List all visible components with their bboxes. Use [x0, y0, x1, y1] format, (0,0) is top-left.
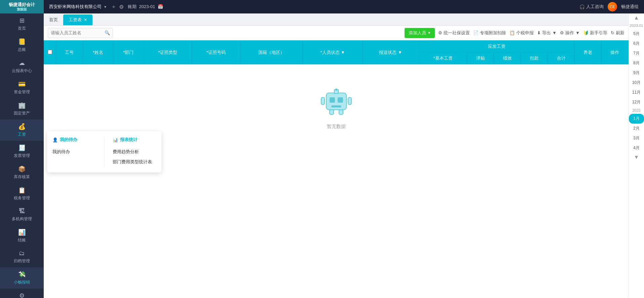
col-allowance: 津贴	[467, 53, 494, 64]
col-operation: 操作	[601, 41, 628, 64]
month-item-3[interactable]: 3月	[629, 133, 644, 143]
svg-rect-2	[338, 97, 343, 103]
export-icon: ⬇	[537, 30, 541, 35]
period-label: 账期 2023-01 📅	[128, 4, 163, 10]
settings-button[interactable]: ⚙	[119, 4, 124, 10]
month-item-9[interactable]: 9月	[629, 68, 644, 78]
tab-close-icon[interactable]: ✕	[84, 18, 87, 22]
operation-arrow-icon: ▼	[575, 30, 580, 35]
header-right: 🎧 人工咨询 CE 畅捷通组	[579, 2, 644, 11]
sidebar-item-closing[interactable]: 📊 结账	[0, 225, 44, 246]
sidebar-item-tax[interactable]: 📋 税务管理	[0, 183, 44, 204]
special-deduction-action[interactable]: 📄 专项附加扣除	[473, 30, 506, 36]
status-filter-icon[interactable]: ▼	[341, 50, 345, 55]
search-icon: 🔍	[105, 30, 110, 35]
month-item-11[interactable]: 11月	[629, 88, 644, 97]
export-action[interactable]: ⬇ 导出 ▼	[537, 30, 557, 36]
year-period-label: 2023.01	[629, 22, 644, 29]
sidebar: ⊞ 首页 📒 总账 ☁ 云报表中心 💳 资金管理 🏢 固定资产 💰 工资 🧾 发…	[0, 13, 44, 298]
inventory-icon: 📦	[18, 165, 26, 173]
month-item-8[interactable]: 8月	[629, 58, 644, 68]
refresh-icon: ↻	[611, 30, 614, 35]
archive-icon: 🗂	[19, 250, 25, 257]
xiaochang-icon: 💸	[18, 271, 26, 278]
company-name[interactable]: 西安虾米网络科技有限公司	[49, 4, 102, 10]
tax-icon: 📋	[18, 187, 26, 194]
month-item-4[interactable]: 4月	[629, 143, 644, 153]
username[interactable]: 畅捷通组	[621, 4, 639, 10]
svg-rect-7	[348, 97, 351, 105]
tab-salary-sheet[interactable]: 工资表 ✕	[63, 14, 92, 25]
col-total: 合计	[548, 53, 575, 64]
sidebar-item-xiaochang[interactable]: 💸 小畅报销	[0, 267, 44, 289]
month-item-5[interactable]: 5月	[629, 29, 644, 39]
popup-section-report: 📊 报表统计 费用趋势分析 部门费用类型统计表	[113, 137, 156, 167]
search-input[interactable]	[51, 30, 105, 35]
year-current-label: 2023	[629, 107, 644, 114]
month-nav-down[interactable]: ▼	[633, 153, 641, 162]
add-person-arrow-icon: ▼	[427, 31, 431, 35]
report-icon: 📊	[113, 137, 118, 142]
refresh-action[interactable]: ↻ 刷新	[611, 30, 624, 36]
sidebar-item-salary[interactable]: 💰 工资	[0, 120, 44, 141]
no-data-text: 暂无数据	[327, 124, 346, 130]
company-dropdown-icon[interactable]: ▼	[104, 5, 107, 9]
svg-rect-1	[330, 97, 335, 103]
avatar: CE	[608, 2, 617, 11]
operation-icon: ⚙	[560, 30, 564, 35]
sidebar-item-inventory[interactable]: 📦 库存核算	[0, 162, 44, 183]
table-checkbox-header[interactable]	[44, 41, 56, 64]
col-performance: 绩效	[494, 53, 521, 64]
report-filter-icon[interactable]: ▼	[398, 50, 402, 55]
popup-item-cost-trend[interactable]: 费用趋势分析	[113, 147, 156, 157]
month-item-1-active[interactable]: 1月	[629, 114, 644, 124]
popup-item-dept-cost[interactable]: 部门费用类型统计表	[113, 157, 156, 167]
logo-text: 畅捷通好会计 旗舰版	[9, 2, 35, 11]
popup-item-todo[interactable]: 我的待办	[52, 147, 96, 157]
sidebar-item-fixed-assets[interactable]: 🏢 固定资产	[0, 98, 44, 120]
month-item-12[interactable]: 12月	[629, 97, 644, 107]
no-data-robot-icon	[319, 85, 353, 118]
closing-icon: 📊	[18, 229, 26, 236]
sidebar-item-basic[interactable]: ⚙ 基础设置	[0, 289, 44, 298]
col-name: *姓名	[83, 41, 113, 64]
sidebar-item-invoice[interactable]: 🧾 发票管理	[0, 141, 44, 162]
salary-icon: 💰	[18, 123, 26, 130]
dropdown-popup: 👤 我的待办 我的待办 📊 报表统计 费用趋势分析 部门费用类型统计表	[47, 131, 161, 172]
col-base-salary: *基本工资	[419, 53, 467, 64]
new-guide-action[interactable]: 🔰 新手引导	[583, 30, 607, 36]
add-company-button[interactable]: ＋	[111, 3, 116, 10]
popup-section-todo: 👤 我的待办 我的待办	[52, 137, 96, 167]
month-nav-up[interactable]: ▲	[633, 13, 641, 22]
todo-icon: 👤	[52, 137, 58, 142]
month-item-7[interactable]: 7月	[629, 48, 644, 58]
operation-action[interactable]: ⚙ 操作 ▼	[560, 30, 580, 36]
logo-area: 畅捷通好会计 旗舰版	[0, 0, 44, 13]
calendar-icon[interactable]: 📅	[158, 4, 163, 9]
basic-icon: ⚙	[19, 292, 25, 298]
sidebar-item-home[interactable]: ⊞ 首页	[0, 13, 44, 35]
svg-rect-8	[330, 110, 334, 114]
header-company: 西安虾米网络科技有限公司 ▼ ＋ ⚙ 账期 2023-01 📅	[44, 3, 579, 10]
month-item-6[interactable]: 6月	[629, 39, 644, 48]
select-all-checkbox[interactable]	[48, 50, 52, 54]
export-arrow-icon: ▼	[552, 30, 557, 35]
month-item-10[interactable]: 10月	[629, 78, 644, 88]
popup-sections: 👤 我的待办 我的待办 📊 报表统计 费用趋势分析 部门费用类型统计表	[52, 137, 156, 167]
tax-report-action[interactable]: 📋 个税申报	[509, 30, 534, 36]
sidebar-item-archive[interactable]: 🗂 归档管理	[0, 246, 44, 267]
sidebar-item-cloud-report[interactable]: ☁ 云报表中心	[0, 56, 44, 77]
sidebar-item-multi-org[interactable]: 🏗 多机构管理	[0, 204, 44, 225]
tab-home[interactable]: 首页	[44, 14, 63, 25]
invoice-icon: 🧾	[18, 144, 26, 152]
toolbar-right: 添加人员 ▼ ⚙ 统一社保设置 📄 专项附加扣除 📋 个税申报 ⬇ 导出	[405, 28, 624, 38]
fixed-assets-icon: 🏢	[18, 102, 26, 109]
col-dept: *部门	[113, 41, 144, 64]
add-person-button[interactable]: 添加人员 ▼	[405, 28, 435, 38]
month-item-2[interactable]: 2月	[629, 124, 644, 133]
sidebar-item-ledger[interactable]: 📒 总账	[0, 35, 44, 56]
multi-org-icon: 🏗	[19, 208, 25, 215]
social-insurance-action[interactable]: ⚙ 统一社保设置	[438, 30, 470, 36]
sidebar-item-fund[interactable]: 💳 资金管理	[0, 77, 44, 98]
support-button[interactable]: 🎧 人工咨询	[579, 4, 604, 10]
